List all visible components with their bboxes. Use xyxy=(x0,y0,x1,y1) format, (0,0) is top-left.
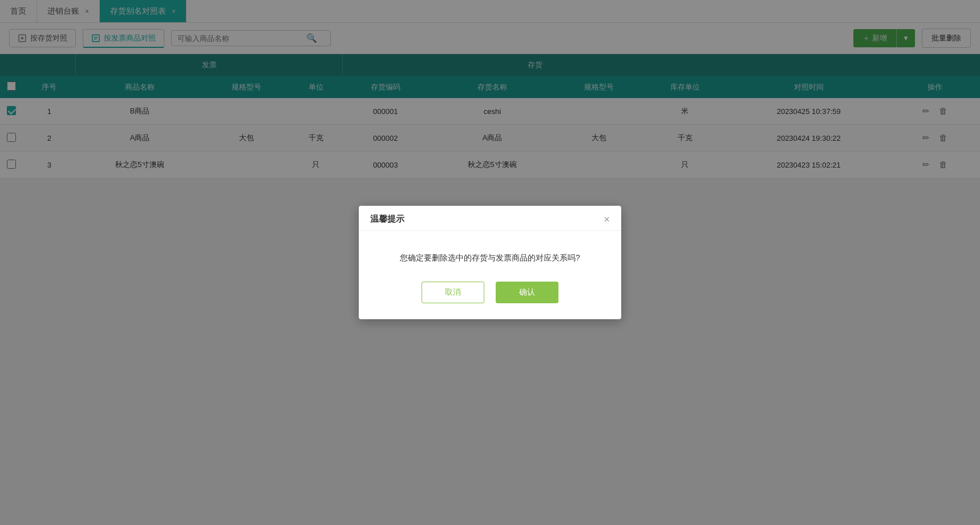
confirm-overlay: 温馨提示 × 您确定要删除选中的存货与发票商品的对应关系吗? 取消 确认 xyxy=(0,0,980,178)
